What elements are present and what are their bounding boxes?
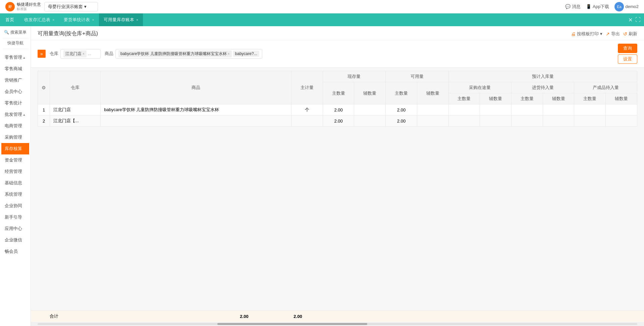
logo-icon: 好 (5, 2, 15, 11)
query-button[interactable]: 查询 (618, 44, 637, 53)
product-tag-2: babycare?... (233, 51, 259, 57)
th-incoming-group: 进货待入量 (512, 82, 574, 93)
th-production-group: 产成品待入量 (574, 82, 637, 93)
avatar: Ea (614, 2, 624, 11)
cell-purchase-aux-1 (480, 104, 512, 115)
tab-collection-report[interactable]: 收发存汇总表 × (19, 13, 59, 26)
expand-window-button[interactable]: ⛶ (635, 17, 641, 23)
tab-available-stock[interactable]: 可用量库存账本 × (99, 13, 143, 26)
sidebar-section: 零售管理 ▲ 零售商城 营销推广 会员中心 零售统计 批发管理 ▲ 电商管理 (0, 50, 31, 259)
cell-incoming-main-2 (512, 115, 543, 127)
user-area[interactable]: Ea demo2 (614, 2, 639, 11)
refresh-button[interactable]: ↺ 刷新 (623, 31, 637, 37)
sidebar-item-operations[interactable]: 经营管理 (1, 166, 29, 177)
logo-text: 畅捷通好生意 标准版 (17, 2, 41, 11)
filter-product-group: 商品 babycare学饮杯 儿童防摔防撞吸管杯重力球吸嘴杯宝宝水杯 × bab… (105, 49, 262, 59)
cell-stock-aux-2 (354, 115, 386, 127)
cell-available-aux-2 (417, 115, 448, 127)
content-area: 可用量查询(按仓库+商品) 🖨 按模板打印 ▾ ↗ 导出 ↺ 刷新 (31, 26, 644, 326)
cell-index-1: 1 (38, 104, 50, 115)
th-available-group: 可用量 (386, 71, 448, 82)
sidebar-item-inventory[interactable]: 库存核算 (1, 143, 29, 154)
product-tag-1: babycare学饮杯 儿童防摔防撞吸管杯重力球吸嘴杯宝宝水杯 × (118, 50, 232, 57)
sidebar-item-member-center[interactable]: 会员中心 (1, 86, 29, 97)
export-button[interactable]: ↗ 导出 (606, 31, 620, 37)
remove-product-tag-1[interactable]: × (228, 52, 230, 56)
close-tab-3[interactable]: × (136, 18, 138, 22)
warehouse-tag: 江北门店 × (63, 50, 87, 57)
settings-button[interactable]: 设置 (618, 54, 637, 64)
message-button[interactable]: 💬 消息 (565, 4, 581, 10)
close-all-tabs-button[interactable]: ✕ (628, 17, 633, 23)
remove-warehouse-tag[interactable]: × (83, 52, 85, 56)
print-button[interactable]: 🖨 按模板打印 ▾ (571, 31, 602, 37)
sidebar-quick-nav[interactable]: 快捷导航 (0, 39, 31, 48)
tab-order-stats[interactable]: 要货单统计表 × (59, 13, 99, 26)
th-purchase-group: 采购在途量 (448, 82, 511, 93)
sidebar-item-retail-stats[interactable]: 零售统计 (1, 97, 29, 109)
table-header-row-1: ⚙ 仓库 商品 主计量 现存量 可用量 预计入库量 (38, 71, 637, 82)
sidebar-item-ecommerce[interactable]: 电商管理 (1, 120, 29, 132)
table-wrap: ⚙ 仓库 商品 主计量 现存量 可用量 预计入库量 主数量 辅数量 主数量 辅数… (31, 67, 644, 310)
page-header: 可用量查询(按仓库+商品) 🖨 按模板打印 ▾ ↗ 导出 ↺ 刷新 (31, 26, 644, 40)
close-tab-1[interactable]: × (52, 18, 54, 22)
th-main-unit: 主计量 (291, 71, 323, 104)
warehouse-more[interactable]: ... (88, 51, 91, 56)
download-button[interactable]: 📱 App下载 (586, 4, 609, 10)
cell-production-main-2 (574, 115, 606, 127)
nav-right-icons: ✕ ⛶ (628, 13, 644, 26)
th-forecast-group: 预计入库量 (448, 71, 637, 82)
th-settings[interactable]: ⚙ (38, 71, 50, 104)
table-row: 2 江北门店【... 2.00 2.00 (38, 115, 637, 127)
sidebar-search[interactable]: 🔍 搜索菜单 (0, 26, 31, 37)
th-production-main: 主数量 (574, 93, 606, 104)
sidebar-item-new-guide[interactable]: 新手引导 (1, 212, 29, 223)
sidebar-item-basic-info[interactable]: 基础信息 (1, 177, 29, 189)
th-incoming-main: 主数量 (512, 93, 543, 104)
scrollbar-track[interactable] (38, 323, 637, 325)
sidebar-item-enterprise-wechat[interactable]: 企业微信 (1, 234, 29, 246)
cell-available-main-2: 2.00 (386, 115, 417, 127)
sidebar-item-retail-shop[interactable]: 零售商城 (1, 63, 29, 75)
top-bar-right: 💬 消息 📱 App下载 Ea demo2 (565, 2, 639, 11)
top-bar-left: 好 畅捷通好生意 标准版 母婴行业演示账套 ▾ (5, 2, 98, 11)
close-tab-2[interactable]: × (92, 18, 94, 22)
sidebar-item-system-mgmt[interactable]: 系统管理 (1, 189, 29, 200)
cell-production-aux-2 (606, 115, 637, 127)
sidebar-item-wholesale-mgmt[interactable]: 批发管理 ▲ (1, 109, 29, 120)
cell-incoming-aux-2 (543, 115, 574, 127)
chevron-down-print: ▾ (600, 31, 602, 36)
th-production-aux: 辅数量 (606, 93, 637, 104)
th-warehouse: 仓库 (50, 71, 101, 104)
sidebar-item-app-center[interactable]: 应用中心 (1, 223, 29, 234)
settings-icon[interactable]: ⚙ (42, 85, 46, 90)
sidebar-item-finance[interactable]: 资金管理 (1, 154, 29, 166)
cell-stock-aux-1 (354, 104, 386, 115)
industry-selector[interactable]: 母婴行业演示账套 ▾ (44, 2, 98, 11)
scrollbar-area[interactable] (31, 322, 644, 326)
cell-unit-1: 个 (291, 104, 323, 115)
sidebar-item-marketing[interactable]: 营销推广 (1, 75, 29, 86)
sidebar-item-purchase[interactable]: 采购管理 (1, 132, 29, 143)
scrollbar-thumb[interactable] (217, 323, 367, 325)
nav-tabs: 首页 收发存汇总表 × 要货单统计表 × 可用量库存账本 × ✕ ⛶ (0, 13, 644, 26)
sidebar-item-retail-mgmt[interactable]: 零售管理 ▲ (1, 52, 29, 63)
th-purchase-main: 主数量 (448, 93, 480, 104)
tab-home[interactable]: 首页 (0, 13, 19, 26)
footer-available-main: 2.00 (284, 314, 311, 319)
sidebar: 🔍 搜索菜单 快捷导航 零售管理 ▲ 零售商城 营销推广 会员中心 零售统计 (0, 26, 31, 326)
cell-stock-main-2: 2.00 (323, 115, 354, 127)
filter-warehouse-group: 仓库 江北门店 × ... (50, 49, 101, 59)
warehouse-label: 仓库 (50, 51, 58, 57)
expand-filter-button[interactable]: » (38, 50, 46, 58)
cell-product-1: babycare学饮杯 儿童防摔防撞吸管杯重力球吸嘴杯宝宝水杯 (101, 104, 291, 115)
cell-available-aux-1 (417, 104, 448, 115)
cell-index-2: 2 (38, 115, 50, 127)
sidebar-item-member[interactable]: 畅会员 (1, 246, 29, 257)
warehouse-input[interactable]: 江北门店 × ... (60, 49, 101, 59)
page-title: 可用量查询(按仓库+商品) (38, 30, 98, 37)
sidebar-item-enterprise-collab[interactable]: 企业协同 (1, 200, 29, 212)
product-input[interactable]: babycare学饮杯 儿童防摔防撞吸管杯重力球吸嘴杯宝宝水杯 × babyca… (115, 49, 262, 59)
chevron-icon-0: ▲ (22, 56, 26, 59)
search-icon: 🔍 (4, 30, 9, 35)
